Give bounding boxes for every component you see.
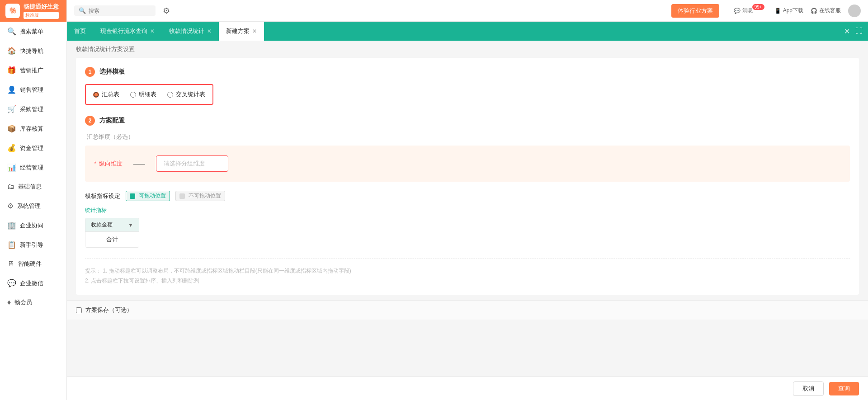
sidebar-item-basic-info[interactable]: 🗂 基础信息 bbox=[0, 177, 66, 196]
topbar-search-box[interactable]: 🔍 bbox=[74, 5, 156, 16]
sidebar-item-smart-hw[interactable]: 🖥 智能硬件 bbox=[0, 254, 66, 273]
required-mark: * bbox=[94, 160, 96, 167]
sidebar-item-inventory[interactable]: 📦 库存核算 bbox=[0, 119, 66, 138]
app-label: App下载 bbox=[783, 7, 803, 14]
purchase-icon: 🛒 bbox=[7, 105, 16, 113]
save-checkbox[interactable] bbox=[76, 307, 82, 313]
app-download-item[interactable]: 📱 App下载 bbox=[774, 7, 803, 14]
template-radio-detail[interactable] bbox=[130, 92, 136, 98]
sidebar-item-label: 企业协同 bbox=[20, 221, 43, 230]
stat-indicator-label: 统计指标 bbox=[85, 207, 139, 214]
search-input[interactable] bbox=[89, 8, 143, 14]
sales-icon: 👤 bbox=[7, 85, 16, 94]
sidebar-item-label: 企业微信 bbox=[20, 279, 43, 287]
step2-header: 2 方案配置 bbox=[85, 116, 850, 126]
tab-bank-flow-close[interactable]: ✕ bbox=[150, 28, 155, 34]
sidebar-item-wechat[interactable]: 💬 企业微信 bbox=[0, 273, 66, 293]
tab-close-all-icon[interactable]: ✕ bbox=[844, 27, 850, 36]
online-service-item[interactable]: 🎧 在线客服 bbox=[811, 7, 841, 14]
tabs-right-actions: ✕ ⛶ bbox=[844, 27, 868, 36]
summary-dim-label: 汇总维度（必选） bbox=[85, 133, 850, 141]
sidebar-logo: 畅 畅捷通好生意 标准版 bbox=[0, 0, 66, 22]
sidebar-item-search-menu[interactable]: 🔍 搜索菜单 bbox=[0, 22, 66, 41]
topbar-right-area: 💬 消息 99+ 📱 App下载 🎧 在线客服 bbox=[734, 5, 861, 17]
sidebar-item-label: 基础信息 bbox=[18, 183, 42, 191]
tab-bar: 首页 现金银行流水查询 ✕ 收款情况统计 ✕ 新建方案 ✕ ✕ ⛶ bbox=[67, 22, 868, 41]
save-label: 方案保存（可选） bbox=[85, 306, 132, 314]
service-icon: 🎧 bbox=[811, 8, 817, 14]
cancel-button[interactable]: 取消 bbox=[793, 381, 824, 396]
template-option-cross[interactable]: 交叉统计表 bbox=[167, 90, 205, 99]
content-area: 收款情况统计方案设置 1 选择模板 汇总表 明细表 交叉统计表 bbox=[67, 41, 868, 400]
bottom-bar: 取消 查询 bbox=[67, 376, 868, 400]
tab-bank-flow-label: 现金银行流水查询 bbox=[100, 27, 147, 35]
tab-receipts-stat[interactable]: 收款情况统计 ✕ bbox=[162, 22, 219, 41]
logo-text: 畅捷通好生意 bbox=[24, 3, 59, 11]
sidebar-item-label: 采购管理 bbox=[20, 105, 43, 113]
indicator-settings-header: 模板指标设定 可拖动位置 不可拖动位置 bbox=[85, 191, 850, 201]
non-draggable-color-block bbox=[179, 193, 185, 199]
metric-dropdown-icon[interactable]: ▼ bbox=[128, 222, 133, 228]
sidebar-item-enterprise[interactable]: 🏢 企业协同 bbox=[0, 216, 66, 235]
template-label-detail: 明细表 bbox=[139, 90, 156, 99]
sidebar-item-operations[interactable]: 📊 经营管理 bbox=[0, 158, 66, 177]
stat-indicator-label-box: 统计指标 收款金额 ▼ 合计 bbox=[85, 207, 139, 249]
tab-expand-icon[interactable]: ⛶ bbox=[855, 27, 863, 35]
service-label: 在线客服 bbox=[819, 7, 841, 14]
sidebar-item-label: 畅会员 bbox=[14, 298, 32, 306]
sidebar-item-finance[interactable]: 💰 资金管理 bbox=[0, 138, 66, 158]
metric-table: 收款金额 ▼ 合计 bbox=[85, 218, 139, 248]
sidebar-item-label: 系统管理 bbox=[17, 202, 41, 210]
tab-home[interactable]: 首页 bbox=[67, 22, 93, 41]
sidebar-item-label: 快捷导航 bbox=[20, 47, 43, 55]
template-radio-cross[interactable] bbox=[167, 92, 173, 98]
sidebar-item-member[interactable]: ♦ 畅会员 bbox=[0, 293, 66, 312]
tab-receipts-stat-close[interactable]: ✕ bbox=[207, 28, 212, 34]
logo-badge: 标准版 bbox=[24, 12, 59, 19]
sidebar-item-marketing[interactable]: 🎁 营销推广 bbox=[0, 61, 66, 80]
notif-badge: 99+ bbox=[752, 4, 764, 10]
template-label-cross: 交叉统计表 bbox=[176, 90, 205, 99]
tab-new-plan-close[interactable]: ✕ bbox=[252, 28, 257, 34]
template-radio-summary[interactable] bbox=[93, 92, 99, 98]
system-icon: ⚙ bbox=[7, 202, 14, 210]
tab-bank-flow[interactable]: 现金银行流水查询 ✕ bbox=[93, 22, 162, 41]
tab-new-plan[interactable]: 新建方案 ✕ bbox=[219, 22, 264, 41]
template-option-detail[interactable]: 明细表 bbox=[130, 90, 156, 99]
finance-icon: 💰 bbox=[7, 144, 16, 152]
indicator-area: 统计指标 收款金额 ▼ 合计 bbox=[85, 207, 850, 249]
tab-home-label: 首页 bbox=[74, 27, 86, 35]
tip2: 2. 点击标题栏下拉可设置排序、插入列和删除列 bbox=[85, 276, 850, 286]
query-button[interactable]: 查询 bbox=[829, 382, 859, 395]
step2-section: 2 方案配置 汇总维度（必选） * 纵向维度 —— 请选择分组维 bbox=[85, 116, 850, 286]
app-icon: 📱 bbox=[774, 8, 781, 14]
message-icon: 💬 bbox=[734, 8, 741, 14]
quick-nav-icon: 🏠 bbox=[7, 47, 16, 55]
vertical-dim-label: * 纵向维度 bbox=[94, 160, 123, 168]
search-menu-icon: 🔍 bbox=[7, 27, 16, 36]
enterprise-icon: 🏢 bbox=[7, 221, 16, 230]
indicator-settings-label: 模板指标设定 bbox=[85, 192, 120, 200]
template-label-summary: 汇总表 bbox=[102, 90, 119, 99]
non-draggable-tag: 不可拖动位置 bbox=[175, 191, 225, 201]
sidebar-item-system[interactable]: ⚙ 系统管理 bbox=[0, 196, 66, 216]
sidebar: 畅 畅捷通好生意 标准版 🔍 搜索菜单 🏠 快捷导航 🎁 营销推广 👤 销售管理… bbox=[0, 0, 67, 400]
gear-icon[interactable]: ⚙ bbox=[163, 6, 170, 16]
marketing-icon: 🎁 bbox=[7, 66, 16, 75]
tips-section: 提示： 1. 拖动标题栏可以调整布局，不可跨维度或指标区域拖动栏目段(只能在同一… bbox=[85, 258, 850, 286]
step1-header: 1 选择模板 bbox=[85, 67, 850, 77]
industry-plan-button[interactable]: 体验行业方案 bbox=[671, 4, 719, 18]
user-avatar[interactable] bbox=[848, 5, 861, 17]
sidebar-item-guide[interactable]: 📋 新手引导 bbox=[0, 235, 66, 254]
wechat-icon: 💬 bbox=[7, 279, 16, 287]
template-option-summary[interactable]: 汇总表 bbox=[93, 90, 119, 99]
sidebar-item-label: 新手引导 bbox=[20, 241, 43, 249]
sidebar-item-quick-nav[interactable]: 🏠 快捷导航 bbox=[0, 41, 66, 61]
sidebar-item-label: 资金管理 bbox=[20, 144, 43, 152]
notification-item[interactable]: 💬 消息 99+ bbox=[734, 7, 767, 14]
dimension-select[interactable]: 请选择分组维度 bbox=[156, 155, 228, 172]
sidebar-item-sales[interactable]: 👤 销售管理 bbox=[0, 80, 66, 99]
sidebar-item-label: 库存核算 bbox=[20, 125, 43, 133]
tip1: 提示： 1. 拖动标题栏可以调整布局，不可跨维度或指标区域拖动栏目段(只能在同一… bbox=[85, 266, 850, 276]
sidebar-item-purchase[interactable]: 🛒 采购管理 bbox=[0, 99, 66, 119]
